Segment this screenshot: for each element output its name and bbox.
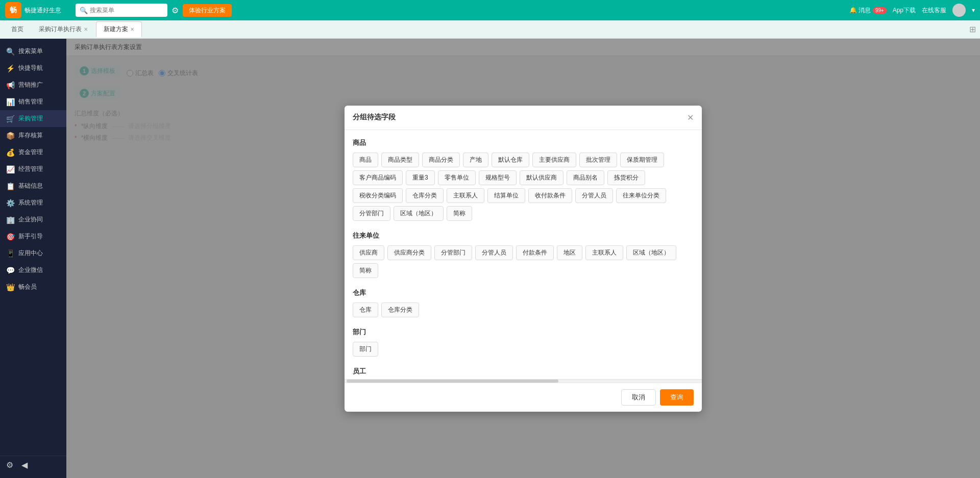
sidebar-item-system[interactable]: ⚙️ 系统管理 xyxy=(0,194,66,211)
field-tag-tax-code[interactable]: 税收分类编码 xyxy=(353,188,403,203)
settings-icon[interactable]: ⚙ xyxy=(172,6,179,15)
field-tag-partner-category[interactable]: 往来单位分类 xyxy=(616,188,666,203)
appstore-icon: 📱 xyxy=(6,249,14,258)
field-tag-weight3[interactable]: 重量3 xyxy=(406,170,435,185)
sidebar-item-search[interactable]: 🔍 搜索菜单 xyxy=(0,43,66,60)
purchase-icon: 🛒 xyxy=(6,115,14,123)
message-icon[interactable]: 🔔 消息 99+ xyxy=(849,6,887,15)
sidebar-item-quicknav[interactable]: ⚡ 快捷导航 xyxy=(0,60,66,77)
field-tag-customer-code[interactable]: 客户商品编码 xyxy=(353,170,403,185)
top-search-input[interactable] xyxy=(90,7,166,14)
field-tag-area[interactable]: 地区 xyxy=(557,245,582,260)
modal-horizontal-scrollbar[interactable] xyxy=(345,379,702,383)
sidebar-item-wxcorp-label: 企业微信 xyxy=(18,266,43,274)
sidebar-item-sales[interactable]: 📊 销售管理 xyxy=(0,93,66,110)
field-tag-payment-terms[interactable]: 收付款条件 xyxy=(528,188,572,203)
field-tag-region[interactable]: 区域（地区） xyxy=(394,206,444,221)
main-content: 采购订单执行表方案设置 1 选择模板 汇总表 交叉统计表 xyxy=(66,39,980,478)
modal-body[interactable]: 商品 商品 商品类型 商品分类 产地 默认仓库 主要供应商 批次管理 保质期管理… xyxy=(345,130,702,379)
field-tag-warehouse[interactable]: 仓库 xyxy=(353,303,378,317)
field-tag-payment-condition[interactable]: 付款条件 xyxy=(516,245,554,260)
guide-icon: 🎯 xyxy=(6,233,14,241)
section-department-tags: 部门 xyxy=(353,342,694,357)
sidebar-item-wxcorp[interactable]: 💬 企业微信 xyxy=(0,262,66,279)
field-tag-origin[interactable]: 产地 xyxy=(463,153,488,167)
field-tag-goods-alias[interactable]: 商品别名 xyxy=(567,170,604,185)
app-download[interactable]: App下载 xyxy=(893,6,916,15)
sidebar-item-operation[interactable]: 📈 经营管理 xyxy=(0,161,66,178)
logo-text: 畅捷通好生意 xyxy=(24,7,61,14)
sidebar-item-marketing[interactable]: 📢 营销推广 xyxy=(0,77,66,93)
tab-purchase[interactable]: 采购订单执行表 ✕ xyxy=(32,22,95,37)
main-layout: 🔍 搜索菜单 ⚡ 快捷导航 📢 营销推广 📊 销售管理 🛒 采购管理 📦 库存核… xyxy=(0,39,980,478)
sidebar-item-corp[interactable]: 🏢 企业协同 xyxy=(0,211,66,228)
field-tag-abbr[interactable]: 简称 xyxy=(447,206,472,221)
field-tag-main-supplier[interactable]: 主要供应商 xyxy=(532,153,576,167)
field-tag-supplier[interactable]: 供应商 xyxy=(353,245,384,260)
field-tag-retail-unit[interactable]: 零售单位 xyxy=(438,170,476,185)
field-tag-warehouse-cat[interactable]: 仓库分类 xyxy=(381,303,419,317)
field-tag-pick-points[interactable]: 拣货积分 xyxy=(607,170,645,185)
corp-icon: 🏢 xyxy=(6,216,14,224)
sidebar-item-appstore[interactable]: 📱 应用中心 xyxy=(0,245,66,262)
field-tag-default-supplier[interactable]: 默认供应商 xyxy=(520,170,564,185)
user-menu-chevron[interactable]: ▾ xyxy=(972,7,975,14)
tab-expand-icon[interactable]: ⊞ xyxy=(969,24,976,34)
sidebar-item-inventory[interactable]: 📦 库存核算 xyxy=(0,127,66,144)
field-tag-partner-dept[interactable]: 分管部门 xyxy=(434,245,472,260)
sidebar-item-guide[interactable]: 🎯 新手引导 xyxy=(0,228,66,245)
sidebar-item-member[interactable]: 👑 畅会员 xyxy=(0,279,66,295)
field-tag-partner-contact[interactable]: 主联系人 xyxy=(585,245,623,260)
field-tag-goods[interactable]: 商品 xyxy=(353,153,378,167)
finance-icon: 💰 xyxy=(6,148,14,157)
tab-newplan-close[interactable]: ✕ xyxy=(130,27,134,32)
top-right-nav: 🔔 消息 99+ App下载 在线客服 ▾ xyxy=(849,4,975,17)
field-tag-expiry-mgmt[interactable]: 保质期管理 xyxy=(620,153,664,167)
tab-home[interactable]: 首页 xyxy=(4,22,31,37)
modal-close-icon[interactable]: ✕ xyxy=(687,113,694,122)
tab-bar: 首页 采购订单执行表 ✕ 新建方案 ✕ ⊞ xyxy=(0,20,980,39)
section-goods-tags: 商品 商品类型 商品分类 产地 默认仓库 主要供应商 批次管理 保质期管理 客户… xyxy=(353,153,694,221)
tab-newplan[interactable]: 新建方案 ✕ xyxy=(96,21,142,37)
sidebar-collapse-icon[interactable]: ◀ xyxy=(21,460,28,470)
tab-purchase-close[interactable]: ✕ xyxy=(84,27,88,32)
search-icon: 🔍 xyxy=(6,47,14,56)
avatar[interactable] xyxy=(952,4,966,17)
sidebar-item-purchase[interactable]: 🛒 采购管理 xyxy=(0,110,66,127)
section-warehouse-title: 仓库 xyxy=(353,288,694,297)
section-partner-tags: 供应商 供应商分类 分管部门 分管人员 付款条件 地区 主联系人 区域（地区） … xyxy=(353,245,694,278)
field-tag-department[interactable]: 部门 xyxy=(353,342,378,357)
field-tag-spec-model[interactable]: 规格型号 xyxy=(479,170,517,185)
sidebar-item-inventory-label: 库存核算 xyxy=(18,131,43,140)
field-tag-partner-region[interactable]: 区域（地区） xyxy=(626,245,676,260)
message-label: 消息 xyxy=(859,7,871,14)
top-search-bar[interactable]: 🔍 xyxy=(76,4,167,17)
field-tag-goods-category[interactable]: 商品分类 xyxy=(422,153,460,167)
field-tag-warehouse-category[interactable]: 仓库分类 xyxy=(406,188,444,203)
field-tag-partner-supervisor[interactable]: 分管人员 xyxy=(475,245,513,260)
trial-button[interactable]: 体验行业方案 xyxy=(183,4,232,17)
field-tag-goods-type[interactable]: 商品类型 xyxy=(381,153,419,167)
online-service[interactable]: 在线客服 xyxy=(922,6,946,15)
field-tag-supervisor[interactable]: 分管人员 xyxy=(575,188,613,203)
sidebar-settings-icon[interactable]: ⚙ xyxy=(6,460,13,470)
sidebar-item-basic[interactable]: 📋 基础信息 xyxy=(0,178,66,194)
section-goods-title: 商品 xyxy=(353,138,694,147)
field-tag-main-contact[interactable]: 主联系人 xyxy=(447,188,484,203)
sidebar-item-finance[interactable]: 💰 资金管理 xyxy=(0,144,66,161)
sidebar-item-finance-label: 资金管理 xyxy=(18,148,43,157)
logo-area: 畅 畅捷通好生意 xyxy=(5,2,71,18)
section-department-title: 部门 xyxy=(353,328,694,337)
message-badge: 99+ xyxy=(873,7,887,14)
field-tag-default-warehouse[interactable]: 默认仓库 xyxy=(492,153,529,167)
section-employee-title: 员工 xyxy=(353,367,694,376)
field-tag-batch-mgmt[interactable]: 批次管理 xyxy=(579,153,617,167)
confirm-button[interactable]: 查询 xyxy=(660,389,694,406)
field-tag-partner-abbr[interactable]: 简称 xyxy=(353,263,378,278)
section-warehouse-tags: 仓库 仓库分类 xyxy=(353,303,694,317)
field-tag-supplier-category[interactable]: 供应商分类 xyxy=(387,245,431,260)
cancel-button[interactable]: 取消 xyxy=(621,389,656,406)
field-tag-settlement-unit[interactable]: 结算单位 xyxy=(487,188,525,203)
field-tag-dept[interactable]: 分管部门 xyxy=(353,206,390,221)
operation-icon: 📈 xyxy=(6,165,14,173)
